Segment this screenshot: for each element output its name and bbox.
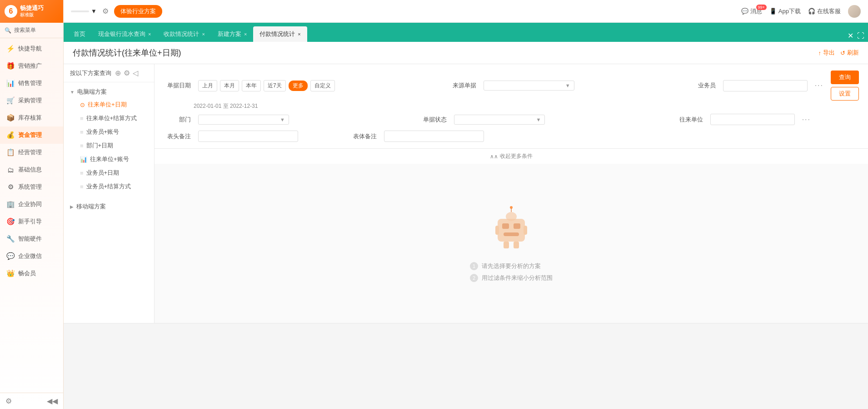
scheme-item-0[interactable]: ⊙ 往来单位+日期: [70, 98, 148, 111]
settings-bottom-icon[interactable]: ⚙: [5, 397, 12, 405]
tab-fullscreen-icon[interactable]: ⛶: [857, 32, 864, 40]
search-menu-button[interactable]: 🔍 搜索菜单: [5, 26, 59, 34]
staff-dots-icon[interactable]: ···: [815, 81, 823, 90]
date-buttons: 上月 本月 本年 近7天 更多 自定义: [198, 80, 335, 91]
tab-payment-stats[interactable]: 付款情况统计 ×: [253, 26, 307, 42]
collapse-bar[interactable]: ∧∧ 收起更多条件: [155, 149, 868, 164]
sidebar-item-capital[interactable]: 💰 资金管理: [0, 126, 63, 144]
sidebar-item-member[interactable]: 👑 畅会员: [0, 265, 63, 282]
sidebar-item-label: 采购管理: [18, 96, 42, 105]
empty-robot-icon: [486, 203, 536, 253]
scheme-item-1[interactable]: ≡ 往来单位+结算方式: [70, 111, 148, 125]
date-btn-more[interactable]: 更多: [289, 81, 308, 91]
query-button[interactable]: 查询: [831, 71, 859, 84]
doc-status-label: 单据状态: [419, 116, 447, 124]
scheme-settings-icon[interactable]: ⚙: [124, 69, 130, 77]
header-note-input[interactable]: [198, 131, 298, 142]
tab-cashflow[interactable]: 现金银行流水查询 ×: [92, 26, 157, 42]
sidebar-item-label: 新手引导: [18, 217, 42, 226]
scheme-item-2[interactable]: ≡ 业务员+账号: [70, 125, 148, 139]
scheme-add-icon[interactable]: ⊕: [115, 69, 121, 77]
date-btn-custom[interactable]: 自定义: [310, 80, 335, 91]
doc-status-arrow-icon: ▼: [536, 117, 541, 122]
scheme-item-6[interactable]: ≡ 业务员+结算方式: [70, 180, 148, 193]
date-btn-7days[interactable]: 近7天: [264, 80, 286, 91]
tab-cashflow-label: 现金银行流水查询: [98, 30, 145, 38]
partner-dots-icon[interactable]: ···: [802, 116, 811, 124]
sidebar-item-hardware[interactable]: 🔧 智能硬件: [0, 230, 63, 247]
tab-receipt-stats[interactable]: 收款情况统计 ×: [157, 26, 211, 42]
sidebar-item-wechat[interactable]: 💬 企业微信: [0, 247, 63, 265]
category-label: 电脑端方案: [77, 88, 107, 96]
sidebar-item-marketing[interactable]: 🎁 营销推广: [0, 57, 63, 75]
tab-new-scheme[interactable]: 新建方案 ×: [211, 26, 253, 42]
capital-icon: 💰: [6, 131, 15, 139]
body-note-label: 表体备注: [349, 132, 377, 141]
tab-receipt-stats-close-icon[interactable]: ×: [202, 31, 205, 37]
doc-status-select[interactable]: ▼: [454, 115, 545, 125]
settings-button[interactable]: 设置: [831, 87, 859, 101]
tab-close-all-icon[interactable]: ✕: [848, 31, 853, 40]
dept-label: 部门: [164, 116, 191, 124]
online-service-button[interactable]: 🎧 在线客服: [808, 7, 841, 15]
sidebar-item-sales[interactable]: 📊 销售管理: [0, 75, 63, 92]
tab-payment-stats-close-icon[interactable]: ×: [298, 31, 300, 37]
scheme-collapse-icon[interactable]: ◁: [133, 69, 138, 77]
scheme-item-label: 部门+日期: [86, 141, 114, 150]
refresh-label: 刷新: [847, 49, 859, 57]
scheme-item-3[interactable]: ≡ 部门+日期: [70, 139, 148, 152]
sidebar-item-inventory[interactable]: 📦 库存核算: [0, 109, 63, 126]
scheme-category-desktop: ▼ 电脑端方案 ⊙ 往来单位+日期 ≡ 往来单位+结算方式 ≡ 业务员+账号: [64, 82, 154, 197]
tab-new-scheme-close-icon[interactable]: ×: [244, 31, 247, 37]
sidebar-item-system[interactable]: ⚙ 系统管理: [0, 178, 63, 196]
logo-icon: 6: [5, 5, 17, 18]
collapse-sidebar-icon[interactable]: ◀◀: [47, 397, 58, 405]
topbar-right-actions: 💬 消息 99+ 📱 App下载 🎧 在线客服: [741, 5, 861, 18]
sidebar-item-label: 智能硬件: [18, 235, 42, 243]
message-badge: 99+: [756, 5, 767, 10]
guide-icon: 🎯: [6, 217, 15, 226]
scheme-item-5[interactable]: ≡ 业务员+日期: [70, 166, 148, 180]
scheme-item-label: 业务员+结算方式: [86, 182, 131, 191]
date-btn-this-year[interactable]: 本年: [242, 80, 261, 91]
settings-gear-icon[interactable]: ⚙: [102, 7, 109, 15]
dept-select[interactable]: ▼: [198, 115, 289, 125]
date-btn-last-month[interactable]: 上月: [198, 80, 217, 91]
svg-rect-7: [514, 242, 519, 248]
trial-button[interactable]: 体验行业方案: [114, 5, 162, 18]
source-select[interactable]: ▼: [484, 81, 574, 91]
export-button[interactable]: ↑ 导出: [818, 49, 835, 57]
scheme-item-icon: ⊙: [80, 101, 85, 108]
date-btn-this-month[interactable]: 本月: [220, 80, 239, 91]
page-header: 付款情况统计(往来单位+日期) ↑ 导出 ↺ 刷新: [64, 42, 868, 64]
sidebar-item-business[interactable]: 📋 经营管理: [0, 144, 63, 161]
page-content: 付款情况统计(往来单位+日期) ↑ 导出 ↺ 刷新 按以下方案查询 ⊕: [64, 42, 868, 409]
date-label: 单据日期: [164, 81, 191, 90]
refresh-button[interactable]: ↺ 刷新: [840, 49, 859, 57]
sidebar-item-label: 经营管理: [18, 148, 42, 157]
tab-cashflow-close-icon[interactable]: ×: [148, 31, 151, 37]
staff-input[interactable]: [723, 80, 808, 91]
sidebar-item-basic[interactable]: 🗂 基础信息: [0, 161, 63, 178]
sidebar-bottom: ⚙ ◀◀: [0, 393, 63, 409]
sidebar-item-purchase[interactable]: 🛒 采购管理: [0, 92, 63, 109]
scheme-category-mobile-title[interactable]: ▶ 移动端方案: [70, 201, 148, 212]
system-icon: ⚙: [6, 183, 15, 191]
app-download-button[interactable]: 📱 App下载: [769, 7, 801, 15]
breadcrumb-blur: [71, 10, 89, 12]
export-label: 导出: [823, 49, 835, 57]
body-note-input[interactable]: [384, 131, 484, 142]
sidebar-item-guide[interactable]: 🎯 新手引导: [0, 213, 63, 230]
sidebar-item-quick-nav[interactable]: ⚡ 快捷导航: [0, 40, 63, 57]
empty-state: 1 请先选择要分析的方案 2 用过滤条件来缩小分析范围: [470, 203, 553, 284]
user-avatar[interactable]: [848, 5, 861, 18]
scheme-item-4[interactable]: 📊 往来单位+账号: [70, 152, 148, 166]
tab-new-scheme-label: 新建方案: [218, 30, 241, 38]
scheme-item-icon: ≡: [80, 170, 84, 177]
scheme-panel: 按以下方案查询 ⊕ ⚙ ◁ ▼ 电脑端方案 ⊙ 往来单位+日期: [64, 64, 155, 323]
tab-home[interactable]: 首页: [67, 26, 92, 42]
sidebar-item-enterprise[interactable]: 🏢 企业协同: [0, 196, 63, 213]
scheme-category-desktop-title[interactable]: ▼ 电脑端方案: [70, 86, 148, 98]
message-button[interactable]: 💬 消息 99+: [741, 7, 762, 15]
partner-input[interactable]: [710, 114, 795, 125]
